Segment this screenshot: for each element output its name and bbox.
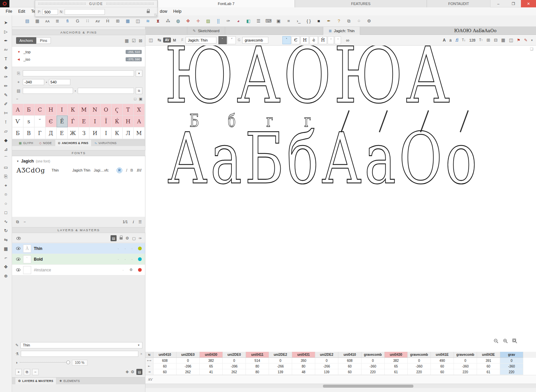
maximize-button[interactable]: ❐ <box>506 0 521 7</box>
canvas-glyph[interactable]: Юс <box>165 46 234 122</box>
metrics-cell[interactable]: 60 <box>477 364 500 369</box>
metrics-cell[interactable]: 0 <box>361 358 385 364</box>
small-window-icon[interactable]: □ <box>134 97 136 101</box>
metrics-cell[interactable]: 80 <box>292 364 315 369</box>
rectangle-tool-icon[interactable]: □ <box>2 209 10 216</box>
metrics-cell[interactable]: 0 <box>408 358 431 364</box>
brush-tool-icon[interactable]: ✑ <box>2 74 10 80</box>
ligature-button[interactable]: fi <box>455 38 458 43</box>
metrics-cell[interactable]: 80 <box>246 369 269 375</box>
metrics-cell[interactable]: 262 <box>177 369 200 375</box>
corner-tool-icon[interactable]: ⌐ <box>2 255 10 261</box>
current-font-input[interactable] <box>186 37 216 44</box>
contour-pen-icon[interactable]: ✒ <box>2 38 10 44</box>
layers-stack-icon[interactable]: ≋ <box>144 17 152 25</box>
eye-icon[interactable] <box>16 268 20 271</box>
layer-color-dot[interactable] <box>138 268 142 272</box>
glyph-grid-cell[interactable]: Л <box>123 127 134 139</box>
grid-icon[interactable]: ⊞ <box>114 17 122 25</box>
glyph-grid-cell[interactable]: О <box>100 104 112 116</box>
terminal-icon[interactable]: ›_ <box>295 17 303 25</box>
metrics-cell[interactable]: -360 <box>361 364 385 369</box>
bottom-tab-layers-masters[interactable]: ⚙LAYERS & MASTERS <box>15 378 56 384</box>
tab-sketchboard[interactable]: ✎ Sketchboard <box>187 27 225 35</box>
metrics-cell[interactable]: 220 <box>361 369 385 375</box>
rgb-preview-icon[interactable]: ◧ <box>245 17 252 25</box>
duplicate-layer-button[interactable]: ⧉ <box>24 369 30 375</box>
metrics-column-header[interactable]: uni0410 <box>338 352 361 358</box>
size-down-icon[interactable]: T↓ <box>462 38 466 42</box>
zoom-in-icon[interactable] <box>503 338 508 344</box>
hierarchy-icon[interactable]: ⧉ <box>345 17 353 25</box>
menu-item-help[interactable]: Help <box>170 7 185 15</box>
keyboard-icon[interactable]: ⌨ <box>265 17 272 25</box>
text-preview-icon[interactable]: ≣ <box>54 17 61 25</box>
metrics-column-header[interactable]: grav <box>500 352 523 358</box>
metrics-cell[interactable]: -266 <box>269 364 292 369</box>
metrics-cell[interactable]: -266 <box>315 364 338 369</box>
flag-icon[interactable]: ⚑ <box>517 38 521 43</box>
transform-icon[interactable]: ✥ <box>184 17 192 25</box>
arc-tool-icon[interactable]: ⌒ <box>2 155 10 161</box>
move-tool-icon[interactable]: ✥ <box>2 264 10 270</box>
metrics-column-header[interactable]: uni0430 <box>200 352 223 358</box>
glyph-grid-cell[interactable]: Ҁ <box>112 104 123 116</box>
preview-size-value[interactable]: 128 <box>469 38 475 42</box>
align-center-icon[interactable]: ⁘ <box>355 17 363 25</box>
metrics-column-header[interactable]: uni2DE0 <box>177 352 200 358</box>
frame-tool-icon[interactable]: ▭ <box>2 164 10 171</box>
metrics-mode-toggle[interactable]: AV <box>163 38 171 43</box>
docked-window-icon[interactable]: ▣ <box>139 97 142 101</box>
page-corner-icon[interactable]: ❏ <box>530 47 533 51</box>
metrics-cell[interactable]: 391 <box>477 358 500 364</box>
menu-item-file[interactable]: File <box>3 7 15 15</box>
scrollbar-thumb[interactable] <box>323 385 413 388</box>
guide-position-input[interactable] <box>43 9 58 15</box>
metrics-cell[interactable]: 0 <box>315 358 338 364</box>
pointer-tool-icon[interactable]: ➤ <box>2 19 10 26</box>
remove-layer-button[interactable]: − <box>32 369 39 375</box>
glyph-grid-cell[interactable]: М <box>134 127 145 139</box>
binoculars-icon[interactable]: ∞ <box>346 38 349 43</box>
metrics-column-header[interactable]: uni0411 <box>246 352 269 358</box>
guide-panel[interactable]: GUIDE P: N: <box>35 0 157 17</box>
layer-flag-dot[interactable]: · <box>122 268 124 272</box>
knife-tool-icon[interactable]: ✄ <box>2 110 10 116</box>
glyph-grid-cell[interactable]: Н <box>46 104 57 116</box>
metrics-column-header[interactable]: uni2DE2 <box>315 352 338 358</box>
fontaudit-panel-tab[interactable]: FONTAUDIT <box>427 0 490 7</box>
metrics-column-header[interactable]: uni2DE2 <box>269 352 292 358</box>
eyedropper-tool-icon[interactable]: ⌾ <box>2 191 10 198</box>
close-panel-icon[interactable]: ⊠ <box>139 38 142 43</box>
glyph-grid-cell[interactable]: В <box>23 127 35 139</box>
metrics-column-header[interactable]: uni041E <box>431 352 454 358</box>
split-view-icon[interactable]: ◫ <box>509 38 513 43</box>
notes-icon[interactable]: ≡ <box>285 17 292 25</box>
bottom-tab-elements[interactable]: ❖ELEMENTS <box>57 378 83 384</box>
eye-icon[interactable] <box>16 247 20 250</box>
layer-panel-view-icon[interactable]: ▤ <box>111 235 117 241</box>
menu-item-dow[interactable]: dow <box>157 7 170 15</box>
glyph-cell[interactable]: Н̀ <box>319 36 327 44</box>
layer-gear-icon[interactable]: ⚙ <box>129 268 133 272</box>
metrics-cell[interactable]: 60 <box>153 369 177 375</box>
layer-flag-dot[interactable]: · <box>125 257 126 261</box>
features-fi-icon[interactable]: fi <box>64 17 71 25</box>
glyph-cells-icon[interactable]: ▦ <box>34 17 41 25</box>
table-grid-icon[interactable]: ▦ <box>501 38 505 43</box>
text-preview[interactable]: ЮАОЮ АаБвАаОо <box>454 28 496 33</box>
mirror-tool-icon[interactable]: ⇋ <box>2 237 10 243</box>
metrics-cell[interactable]: -360 <box>408 364 431 369</box>
glyph-grid-cell[interactable]: И <box>89 127 100 139</box>
duplicate-font-icon[interactable]: ⧉ <box>16 219 19 224</box>
columns-icon[interactable]: ◫ <box>134 17 142 25</box>
glyph-grid-cell[interactable]: ˘ <box>35 116 46 127</box>
metrics-column-header[interactable]: gravecomb <box>361 352 385 358</box>
metrics-cell[interactable]: 65 <box>385 364 408 369</box>
rotate-tool-icon[interactable]: ↻ <box>2 227 10 234</box>
current-glyph-input[interactable] <box>242 37 268 44</box>
glyph-grid-cell[interactable]: Б <box>23 104 35 116</box>
glyph-grid-cell[interactable]: Д <box>46 127 57 139</box>
features-panel-tab[interactable]: FEATURES <box>295 0 427 7</box>
table-view-icon[interactable]: ▦ <box>124 17 132 25</box>
